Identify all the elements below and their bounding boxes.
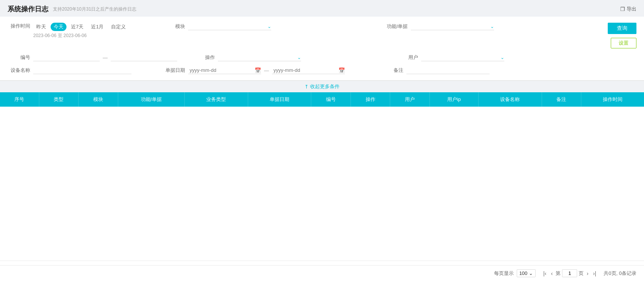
query-button[interactable]: 查询 (608, 23, 636, 34)
module-filter-col: 模块 ⌄ (162, 23, 378, 30)
col-user-ip: 用户ip (429, 92, 478, 107)
empty-area (0, 107, 644, 220)
module-label: 模块 (162, 23, 185, 30)
next-page-btn[interactable]: › (585, 270, 590, 277)
pagination-bar: 每页显示 100 ⌄ |‹ ‹ 第 页 › ›| 共0页, 0条记录 (0, 265, 644, 281)
col-func: 功能/单据 (118, 92, 184, 107)
func-select[interactable]: ⌄ (411, 23, 494, 30)
collapse-button[interactable]: ⤒ 收起更多条件 (304, 83, 340, 90)
filter-row-1: 操作时间 昨天 今天 近7天 近1月 自定义 2023-06-06 至 2023… (8, 23, 636, 48)
user-input[interactable] (421, 54, 499, 61)
user-chevron-icon: ⌄ (500, 55, 504, 60)
func-input[interactable] (411, 23, 489, 30)
func-filter-col: 功能/单据 ⌄ (385, 23, 601, 30)
number-dash: — (103, 55, 108, 61)
last-page-btn[interactable]: ›| (591, 270, 598, 277)
col-device: 设备名称 (478, 92, 542, 107)
per-page-chevron-icon: ⌄ (529, 270, 533, 276)
time-filter-col: 操作时间 昨天 今天 近7天 近1月 自定义 2023-06-06 至 2023… (8, 23, 147, 39)
data-table: 序号 类型 模块 功能/单据 业务类型 单据日期 编号 操作 用户 用户ip 设… (0, 92, 644, 107)
first-page-btn[interactable]: |‹ (542, 270, 548, 277)
page-input[interactable] (562, 269, 577, 277)
user-filter-col: 用户 ⌄ (395, 54, 591, 61)
number-input-start[interactable] (33, 54, 100, 61)
settings-button[interactable]: 设置 (611, 38, 636, 48)
doc-date-label: 单据日期 (162, 67, 185, 74)
col-module: 模块 (79, 92, 118, 107)
table-header-row: 序号 类型 模块 功能/单据 业务类型 单据日期 编号 操作 用户 用户ip 设… (0, 92, 644, 107)
export-icon: ❐ (620, 6, 625, 12)
prev-page-btn[interactable]: ‹ (550, 270, 554, 277)
per-page-label: 每页显示 (494, 270, 514, 277)
module-chevron-icon: ⌄ (267, 24, 271, 29)
collapse-label: 收起更多条件 (310, 83, 340, 90)
remark-filter-col: 备注 (381, 67, 591, 74)
device-input[interactable] (33, 67, 131, 74)
page-header: 系统操作日志 支持2020年10月31日之后产生的操作日志 ❐ 导出 (0, 0, 644, 17)
action-col: 查询 设置 (608, 23, 636, 48)
col-op-time: 操作时间 (581, 92, 644, 107)
device-label: 设备名称 (8, 67, 30, 74)
doc-date-filter-col: 单据日期 📅 — 📅 (162, 67, 373, 74)
module-select[interactable]: ⌄ (188, 23, 271, 30)
col-biz-type: 业务类型 (185, 92, 248, 107)
device-filter-col: 设备名称 (8, 67, 147, 74)
week-btn[interactable]: 近7天 (68, 23, 86, 31)
time-range-display: 2023-06-06 至 2023-06-06 (33, 33, 129, 39)
calendar-start-icon[interactable]: 📅 (255, 67, 261, 73)
page-container: 系统操作日志 支持2020年10月31日之后产生的操作日志 ❐ 导出 操作时间 … (0, 0, 644, 281)
collapse-bar[interactable]: ⤒ 收起更多条件 (0, 81, 644, 92)
doc-date-dash: — (264, 68, 269, 73)
page-subtitle: 支持2020年10月31日之后产生的操作日志 (53, 6, 136, 12)
operation-filter-col: 操作 ⌄ (192, 54, 388, 61)
table-wrap: 序号 类型 模块 功能/单据 业务类型 单据日期 编号 操作 用户 用户ip 设… (0, 92, 644, 261)
page-title: 系统操作日志 (8, 5, 48, 14)
custom-btn[interactable]: 自定义 (108, 23, 129, 31)
module-input[interactable] (188, 23, 266, 30)
operation-input[interactable] (218, 54, 296, 61)
filter-row-3: 设备名称 单据日期 📅 — 📅 备注 (8, 67, 636, 74)
number-filter-col: 编号 — (8, 54, 177, 61)
remark-label: 备注 (381, 67, 403, 74)
col-seq: 序号 (0, 92, 39, 107)
col-number: 编号 (311, 92, 351, 107)
page-label: 第 (556, 270, 561, 277)
func-chevron-icon: ⌄ (490, 24, 494, 29)
export-label: 导出 (627, 6, 636, 12)
col-remark: 备注 (542, 92, 581, 107)
remark-input[interactable] (406, 67, 490, 74)
col-user: 用户 (390, 92, 429, 107)
page-nav: |‹ ‹ 第 页 › ›| (542, 269, 598, 277)
table-header: 序号 类型 模块 功能/单据 业务类型 单据日期 编号 操作 用户 用户ip 设… (0, 92, 644, 107)
today-btn[interactable]: 今天 (51, 23, 66, 31)
user-select[interactable]: ⌄ (421, 54, 504, 61)
col-operation: 操作 (351, 92, 390, 107)
collapse-up-icon: ⤒ (304, 84, 309, 90)
doc-date-start-input[interactable] (188, 67, 255, 74)
filter-row-2: 编号 — 操作 ⌄ 用户 ⌄ (8, 54, 636, 61)
yesterday-btn[interactable]: 昨天 (33, 23, 49, 31)
time-buttons: 昨天 今天 近7天 近1月 自定义 (33, 23, 129, 31)
number-input-end[interactable] (111, 54, 177, 61)
total-info: 共0页, 0条记录 (604, 270, 636, 277)
time-inner: 昨天 今天 近7天 近1月 自定义 2023-06-06 至 2023-06-0… (33, 23, 129, 39)
user-label: 用户 (395, 54, 418, 61)
per-page-value: 100 (519, 270, 528, 276)
operation-select[interactable]: ⌄ (218, 54, 301, 61)
number-label: 编号 (8, 54, 30, 61)
doc-date-end-input[interactable] (272, 67, 338, 74)
doc-date-start-wrap[interactable]: 📅 (188, 67, 261, 74)
export-button[interactable]: ❐ 导出 (620, 6, 636, 12)
operation-label: 操作 (192, 54, 215, 61)
horizontal-scrollbar[interactable] (0, 261, 644, 265)
month-btn[interactable]: 近1月 (88, 23, 107, 31)
calendar-end-icon[interactable]: 📅 (338, 67, 345, 73)
doc-date-end-wrap[interactable]: 📅 (272, 67, 345, 74)
operation-chevron-icon: ⌄ (297, 55, 301, 60)
col-doc-date: 单据日期 (248, 92, 311, 107)
per-page-select[interactable]: 100 ⌄ (517, 269, 536, 277)
func-label: 功能/单据 (385, 23, 408, 30)
page-unit: 页 (579, 270, 584, 277)
col-type: 类型 (39, 92, 78, 107)
scrollbar-inner (0, 261, 644, 261)
